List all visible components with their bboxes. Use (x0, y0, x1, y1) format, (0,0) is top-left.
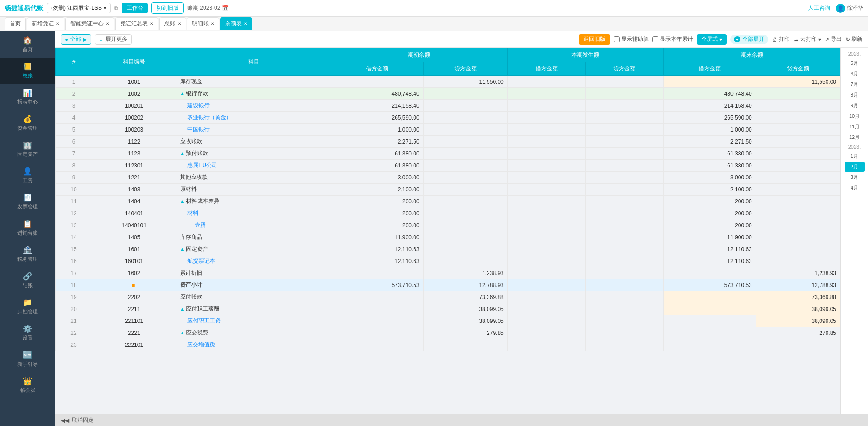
tab-smart-voucher[interactable]: 智能凭证中心 ✕ (65, 17, 114, 30)
cell-name[interactable]: 资产小计 (176, 279, 331, 291)
table-row[interactable]: 11001库存现金11,550.0011,550.00 (56, 76, 840, 88)
sidebar-item-salary[interactable]: 👤 工资 (0, 162, 55, 189)
tab-balance[interactable]: 余额表 ✕ (220, 17, 252, 30)
tab-detail-ledger-close[interactable]: ✕ (210, 21, 214, 26)
sidebar-item-invoice[interactable]: 🧾 发票管理 (0, 189, 55, 215)
refresh-button[interactable]: ↻ 刷新 (845, 35, 862, 43)
ytd-checkbox-input[interactable] (652, 36, 658, 42)
consult-link[interactable]: 人工咨询 (808, 4, 830, 12)
month-11[interactable]: 11月 (845, 122, 865, 132)
table-row[interactable]: 71123▲ 预付账款61,380.0061,380.00 (56, 148, 840, 160)
full-mode-button[interactable]: 全屏式 ▾ (697, 34, 727, 45)
filter-button[interactable]: ● 全部 ▶ (61, 34, 91, 45)
tab-balance-close[interactable]: ✕ (244, 21, 247, 26)
cell-name[interactable]: 累计折旧 (176, 267, 331, 279)
table-row[interactable]: 151601▲ 固定资产12,110.6312,110.63 (56, 243, 840, 255)
sidebar-item-asset[interactable]: 🏢 固定资产 (0, 136, 55, 162)
cell-name[interactable]: 库存现金 (176, 76, 331, 88)
show-ytd-checkbox[interactable]: 显示本年累计 (652, 35, 693, 43)
sidebar-item-member[interactable]: 👑 畅会员 (0, 372, 55, 398)
cell-name[interactable]: ▲ 应付职工薪酬 (176, 303, 331, 315)
month-8[interactable]: 8月 (845, 90, 865, 100)
month-12[interactable]: 12月 (845, 132, 865, 142)
month-10[interactable]: 10月 (845, 111, 865, 121)
cell-name[interactable]: 应收账款 (176, 136, 331, 148)
month-9[interactable]: 9月 (845, 101, 865, 110)
workbench-button[interactable]: 工作台 (122, 3, 148, 13)
cell-name[interactable]: 应付职工工资 (176, 315, 331, 327)
cell-name[interactable]: 中国银行 (176, 124, 331, 136)
cell-name[interactable]: 应交增值税 (176, 339, 331, 351)
tab-new-voucher[interactable]: 新增凭证 ✕ (27, 17, 64, 30)
sidebar-item-archive[interactable]: 📁 归档管理 (0, 294, 55, 320)
sidebar-item-tax[interactable]: 🏦 税务管理 (0, 241, 55, 267)
expand-button[interactable]: ⌄ 展开更多 (95, 34, 132, 45)
month-6[interactable]: 6月 (845, 69, 865, 79)
sidebar-item-ledger[interactable]: 📒 总账 (0, 58, 55, 84)
cell-name[interactable]: 其他应收款 (176, 172, 331, 184)
table-row[interactable]: 23222101应交增值税 (56, 339, 840, 351)
cell-name[interactable]: 库存商品 (176, 231, 331, 243)
copy-icon[interactable]: ⧉ (114, 5, 118, 12)
aux-checkbox-input[interactable] (614, 36, 620, 42)
table-row[interactable]: 222221▲ 应交税费279.85279.85 (56, 327, 840, 339)
company-selector[interactable]: (勿删) 江西股宝-LSS ▾ (47, 3, 111, 13)
cell-name[interactable]: ▲ 银行存款 (176, 88, 331, 100)
cell-name[interactable]: ▲ 材料成本差异 (176, 196, 331, 207)
sidebar-item-purchase[interactable]: 📋 进销台账 (0, 215, 55, 241)
month-1[interactable]: 1月 (845, 151, 865, 161)
table-row[interactable]: 3100201建设银行214,158.40214,158.40 (56, 100, 840, 112)
cell-name[interactable]: 惠属EU公司 (176, 160, 331, 172)
cell-name[interactable]: ▲ 应交税费 (176, 327, 331, 339)
month-4[interactable]: 4月 (845, 183, 865, 193)
table-row[interactable]: 91221其他应收款3,000.003,000.00 (56, 172, 840, 184)
table-row[interactable]: 1314040101壹蛋200.00200.00 (56, 219, 840, 231)
sidebar-item-close[interactable]: 🔗 结账 (0, 267, 55, 294)
table-row[interactable]: 61122应收账款2,271.502,271.50 (56, 136, 840, 148)
sidebar-item-report[interactable]: 📊 报表中心 (0, 84, 55, 110)
export-button[interactable]: ↗ 导出 (825, 35, 842, 43)
table-row[interactable]: 16160101航提票记本12,110.6312,110.63 (56, 255, 840, 267)
print-button[interactable]: 🖨 打印 (772, 35, 790, 43)
switch-old-button[interactable]: 切到旧版 (151, 2, 184, 14)
cell-name[interactable]: 应付账款 (176, 291, 331, 303)
table-row[interactable]: 171602累计折旧1,238.931,238.93 (56, 267, 840, 279)
cell-name[interactable]: 建设银行 (176, 100, 331, 112)
table-row[interactable]: 101403原材料2,100.002,100.00 (56, 184, 840, 196)
tab-ledger-close[interactable]: ✕ (177, 21, 181, 26)
sidebar-item-guide[interactable]: 🆕 新手引导 (0, 346, 55, 372)
sidebar-item-home[interactable]: 🏠 首页 (0, 31, 55, 58)
tab-smart-voucher-close[interactable]: ✕ (105, 21, 109, 26)
table-row[interactable]: 12140401材料200.00200.00 (56, 207, 840, 219)
tab-ledger[interactable]: 总账 ✕ (159, 17, 186, 30)
table-row[interactable]: 21002▲ 银行存款480,748.40480,748.40 (56, 88, 840, 100)
sidebar-item-settings[interactable]: ⚙️ 设置 (0, 320, 55, 346)
expand-all-toggle[interactable]: ● 全部展开 (730, 35, 768, 44)
cloud-print-button[interactable]: ☁ 云打印 ▾ (793, 35, 821, 43)
table-row[interactable]: 8112301惠属EU公司61,380.0061,380.00 (56, 160, 840, 172)
month-3[interactable]: 3月 (845, 173, 865, 182)
table-row[interactable]: 192202应付账款73,369.8873,369.88 (56, 291, 840, 303)
tab-home[interactable]: 首页 (5, 17, 26, 30)
cell-name[interactable]: 材料 (176, 207, 331, 219)
table-row[interactable]: 202211▲ 应付职工薪酬38,099.0538,099.05 (56, 303, 840, 315)
return-old-button[interactable]: 返回旧版 (579, 34, 610, 45)
show-aux-checkbox[interactable]: 显示辅助算 (614, 35, 649, 43)
table-row[interactable]: 21221101应付职工工资38,099.0538,099.05 (56, 315, 840, 327)
cell-name[interactable]: 原材料 (176, 184, 331, 196)
tab-voucher-summary[interactable]: 凭证汇总表 ✕ (115, 17, 158, 30)
cell-name[interactable]: 农业银行（黄金） (176, 112, 331, 124)
cell-name[interactable]: 壹蛋 (176, 219, 331, 231)
table-row[interactable]: 18■资产小计573,710.5312,788.93573,710.5312,7… (56, 279, 840, 291)
table-row[interactable]: 5100203中国银行1,000.001,000.00 (56, 124, 840, 136)
tab-voucher-summary-close[interactable]: ✕ (150, 21, 153, 26)
tab-detail-ledger[interactable]: 明细账 ✕ (187, 17, 219, 30)
cell-name[interactable]: ▲ 预付账款 (176, 148, 331, 160)
month-7[interactable]: 7月 (845, 80, 865, 89)
table-row[interactable]: 111404▲ 材料成本差异200.00200.00 (56, 196, 840, 207)
table-row[interactable]: 4100202农业银行（黄金）265,590.00265,590.00 (56, 112, 840, 124)
cell-name[interactable]: 航提票记本 (176, 255, 331, 267)
tab-new-voucher-close[interactable]: ✕ (56, 21, 59, 26)
table-row[interactable]: 141405库存商品11,900.0011,900.00 (56, 231, 840, 243)
sidebar-item-fund[interactable]: 💰 资金管理 (0, 110, 55, 136)
